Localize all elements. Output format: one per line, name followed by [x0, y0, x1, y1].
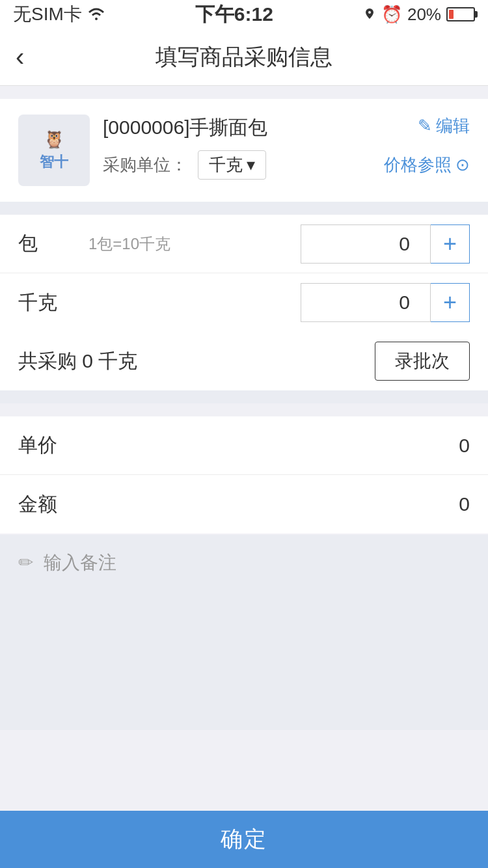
amount-row: 金额 0 — [0, 475, 488, 534]
kg-input-group: + — [301, 283, 470, 322]
kg-label: 千克 — [18, 290, 83, 316]
purchase-unit-label: 采购单位： — [103, 154, 187, 176]
remark-section: ✏ 输入备注 — [0, 535, 488, 730]
pack-sublabel: 1包=10千克 — [88, 234, 170, 254]
kg-input-row: 千克 + — [0, 273, 488, 332]
bottom-spacer — [0, 730, 488, 787]
product-name: [0000006]手撕面包 — [103, 115, 470, 141]
thumb-icon: 🦉 — [44, 129, 64, 150]
summary-label: 共采购 0 千克 — [18, 348, 137, 375]
pack-label: 包 — [18, 230, 83, 257]
edit-button[interactable]: ✎ 编辑 — [418, 115, 470, 137]
product-card: 🦉 智十 [0000006]手撕面包 采购单位： 千克 ▾ 价格参照 ⊙ ✎ 编… — [0, 99, 488, 202]
unit-price-row: 单价 0 — [0, 416, 488, 475]
remark-placeholder: 输入备注 — [44, 550, 116, 575]
alarm-icon: ⏰ — [381, 5, 402, 25]
carrier-text: 无SIM卡 — [13, 2, 82, 27]
unit-select[interactable]: 千克 ▾ — [198, 150, 266, 180]
status-bar: 无SIM卡 下午6:12 ⏰ 20% — [0, 0, 488, 29]
status-left: 无SIM卡 — [13, 2, 105, 27]
price-info-section: 单价 0 金额 0 — [0, 416, 488, 534]
unit-price-label: 单价 — [18, 432, 57, 459]
product-info: [0000006]手撕面包 采购单位： 千克 ▾ 价格参照 ⊙ — [103, 115, 470, 180]
section-divider-1 — [0, 202, 488, 215]
nav-bar: ‹ 填写商品采购信息 — [0, 29, 488, 86]
thumb-text: 智十 — [40, 152, 68, 172]
unit-price-value: 0 — [459, 435, 470, 457]
kg-input[interactable] — [301, 283, 431, 322]
product-meta: 采购单位： 千克 ▾ 价格参照 ⊙ — [103, 150, 470, 180]
location-icon — [363, 5, 376, 25]
battery-text: 20% — [407, 5, 441, 25]
battery-icon — [446, 7, 475, 21]
batch-button[interactable]: 录批次 — [375, 342, 470, 381]
amount-value: 0 — [459, 493, 470, 515]
chevron-down-icon: ▾ — [247, 155, 255, 175]
pencil-icon: ✏ — [18, 552, 33, 573]
status-right: ⏰ 20% — [363, 5, 475, 25]
confirm-button[interactable]: 确定 — [0, 811, 488, 868]
pack-input[interactable] — [301, 224, 431, 264]
summary-row: 共采购 0 千克 录批次 — [0, 332, 488, 390]
unit-value: 千克 — [209, 154, 243, 176]
page-title: 填写商品采购信息 — [156, 42, 332, 72]
price-ref-label: 价格参照 — [384, 154, 452, 176]
pack-plus-button[interactable]: + — [431, 224, 470, 264]
pack-input-row: 包 1包=10千克 + — [0, 215, 488, 273]
status-time: 下午6:12 — [195, 1, 273, 28]
question-icon: ⊙ — [455, 155, 470, 175]
kg-plus-button[interactable]: + — [431, 283, 470, 322]
amount-label: 金额 — [18, 491, 57, 518]
price-ref-button[interactable]: 价格参照 ⊙ — [384, 154, 470, 176]
edit-icon: ✎ — [418, 116, 432, 136]
input-section: 包 1包=10千克 + 千克 + — [0, 215, 488, 332]
wifi-icon — [87, 4, 105, 25]
section-divider-2 — [0, 390, 488, 403]
product-thumbnail: 🦉 智十 — [18, 115, 90, 186]
edit-label: 编辑 — [436, 115, 470, 137]
remark-input-area[interactable]: ✏ 输入备注 — [18, 550, 470, 575]
pack-input-group: + — [301, 224, 470, 264]
back-button[interactable]: ‹ — [16, 42, 24, 72]
